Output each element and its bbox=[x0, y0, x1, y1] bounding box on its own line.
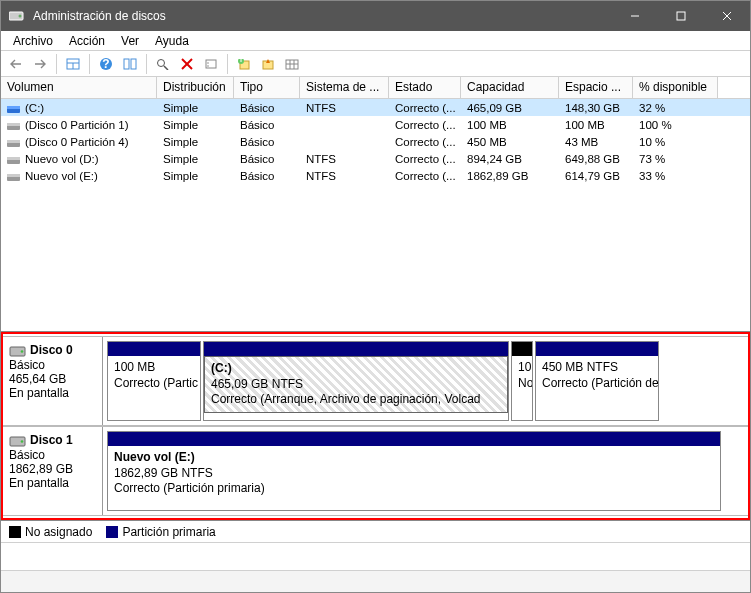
legend: No asignado Partición primaria bbox=[1, 521, 750, 543]
drive-icon bbox=[7, 171, 21, 181]
col-header-volumen[interactable]: Volumen bbox=[1, 77, 157, 98]
volume-list-header: Volumen Distribución Tipo Sistema de ...… bbox=[1, 77, 750, 99]
drive-icon bbox=[7, 120, 21, 130]
col-header-sistema[interactable]: Sistema de ... bbox=[300, 77, 389, 98]
col-header-estado[interactable]: Estado bbox=[389, 77, 461, 98]
app-icon bbox=[9, 9, 25, 23]
partition[interactable]: 100 MBCorrecto (Partic bbox=[107, 341, 201, 421]
drive-icon bbox=[7, 137, 21, 147]
svg-point-41 bbox=[21, 440, 24, 443]
volume-action-button[interactable] bbox=[257, 53, 279, 75]
svg-line-14 bbox=[164, 66, 168, 70]
col-header-tipo[interactable]: Tipo bbox=[234, 77, 300, 98]
forward-button[interactable] bbox=[29, 53, 51, 75]
maximize-button[interactable] bbox=[658, 1, 704, 31]
back-button[interactable] bbox=[5, 53, 27, 75]
svg-text:?: ? bbox=[102, 57, 109, 71]
partition[interactable]: Nuevo vol (E:)1862,89 GB NTFSCorrecto (P… bbox=[107, 431, 721, 511]
partition-body: 450 MB NTFSCorrecto (Partición de bbox=[536, 356, 658, 395]
menu-ayuda[interactable]: Ayuda bbox=[147, 32, 197, 50]
col-header-capacidad[interactable]: Capacidad bbox=[461, 77, 559, 98]
svg-rect-29 bbox=[7, 106, 20, 109]
svg-point-39 bbox=[21, 350, 24, 353]
partition[interactable]: 10 MBNo asig bbox=[511, 341, 533, 421]
partition[interactable]: 450 MB NTFSCorrecto (Partición de bbox=[535, 341, 659, 421]
disk-info[interactable]: Disco 0Básico465,64 GBEn pantalla bbox=[3, 337, 103, 425]
svg-point-19 bbox=[207, 65, 209, 67]
scan-button[interactable] bbox=[152, 53, 174, 75]
svg-rect-37 bbox=[7, 174, 20, 177]
volume-row[interactable]: Nuevo vol (D:)SimpleBásicoNTFSCorrecto (… bbox=[1, 150, 750, 167]
svg-point-18 bbox=[207, 62, 209, 64]
svg-point-13 bbox=[158, 59, 165, 66]
disk-map: Disco 0Básico465,64 GBEn pantalla100 MBC… bbox=[1, 332, 750, 520]
drive-icon bbox=[7, 154, 21, 164]
volume-row[interactable]: (Disco 0 Partición 4)SimpleBásicoCorrect… bbox=[1, 133, 750, 150]
disk-info[interactable]: Disco 1Básico1862,89 GBEn pantalla bbox=[3, 427, 103, 515]
format-button[interactable] bbox=[281, 53, 303, 75]
volume-list: Volumen Distribución Tipo Sistema de ...… bbox=[1, 77, 750, 331]
svg-rect-11 bbox=[124, 59, 129, 69]
properties-button[interactable] bbox=[200, 53, 222, 75]
col-header-porcentaje[interactable]: % disponible bbox=[633, 77, 718, 98]
volume-list-body: (C:)SimpleBásicoNTFSCorrecto (...465,09 … bbox=[1, 99, 750, 184]
volume-row[interactable]: (C:)SimpleBásicoNTFSCorrecto (...465,09 … bbox=[1, 99, 750, 116]
disk-partitions: 100 MBCorrecto (Partic(C:)465,09 GB NTFS… bbox=[103, 337, 748, 425]
legend-primary: Partición primaria bbox=[106, 525, 215, 539]
delete-icon[interactable] bbox=[176, 53, 198, 75]
title-bar: Administración de discos bbox=[1, 1, 750, 31]
new-volume-button[interactable]: + bbox=[233, 53, 255, 75]
view-panels-button[interactable] bbox=[62, 53, 84, 75]
status-bar bbox=[1, 570, 750, 592]
toolbar: ? + bbox=[1, 51, 750, 77]
disk-map-section: Disco 0Básico465,64 GBEn pantalla100 MBC… bbox=[1, 331, 750, 521]
partition-body: Nuevo vol (E:)1862,89 GB NTFSCorrecto (P… bbox=[108, 446, 720, 501]
close-button[interactable] bbox=[704, 1, 750, 31]
svg-rect-33 bbox=[7, 140, 20, 143]
partition[interactable]: (C:)465,09 GB NTFSCorrecto (Arranque, Ar… bbox=[203, 341, 509, 421]
disk-row: Disco 1Básico1862,89 GBEn pantallaNuevo … bbox=[3, 426, 748, 516]
disk-partitions: Nuevo vol (E:)1862,89 GB NTFSCorrecto (P… bbox=[103, 427, 748, 515]
partition-bar bbox=[108, 432, 720, 446]
disk-row: Disco 0Básico465,64 GBEn pantalla100 MBC… bbox=[3, 336, 748, 426]
primary-swatch bbox=[106, 526, 118, 538]
unallocated-swatch bbox=[9, 526, 21, 538]
legend-unallocated: No asignado bbox=[9, 525, 92, 539]
drive-icon bbox=[7, 103, 21, 113]
col-header-distribucion[interactable]: Distribución bbox=[157, 77, 234, 98]
svg-rect-17 bbox=[206, 60, 216, 68]
partition-bar bbox=[204, 342, 508, 356]
partition-bar bbox=[108, 342, 200, 356]
window-title: Administración de discos bbox=[33, 9, 612, 23]
partition-body: 100 MBCorrecto (Partic bbox=[108, 356, 200, 395]
help-button[interactable]: ? bbox=[95, 53, 117, 75]
disk-hw-icon bbox=[9, 434, 27, 448]
menu-accion[interactable]: Acción bbox=[61, 32, 113, 50]
partition-body: (C:)465,09 GB NTFSCorrecto (Arranque, Ar… bbox=[204, 356, 508, 413]
volume-row[interactable]: Nuevo vol (E:)SimpleBásicoNTFSCorrecto (… bbox=[1, 167, 750, 184]
partition-bar bbox=[512, 342, 532, 356]
menu-bar: Archivo Acción Ver Ayuda bbox=[1, 31, 750, 51]
menu-archivo[interactable]: Archivo bbox=[5, 32, 61, 50]
menu-ver[interactable]: Ver bbox=[113, 32, 147, 50]
svg-text:+: + bbox=[237, 57, 244, 66]
disk-hw-icon bbox=[9, 344, 27, 358]
svg-rect-35 bbox=[7, 157, 20, 160]
partition-bar bbox=[536, 342, 658, 356]
svg-rect-31 bbox=[7, 123, 20, 126]
partition-body: 10 MBNo asig bbox=[512, 356, 532, 395]
svg-point-1 bbox=[19, 15, 22, 18]
svg-rect-12 bbox=[131, 59, 136, 69]
settings-panels-button[interactable] bbox=[119, 53, 141, 75]
col-header-espacio[interactable]: Espacio ... bbox=[559, 77, 633, 98]
volume-row[interactable]: (Disco 0 Partición 1)SimpleBásicoCorrect… bbox=[1, 116, 750, 133]
minimize-button[interactable] bbox=[612, 1, 658, 31]
svg-rect-3 bbox=[677, 12, 685, 20]
